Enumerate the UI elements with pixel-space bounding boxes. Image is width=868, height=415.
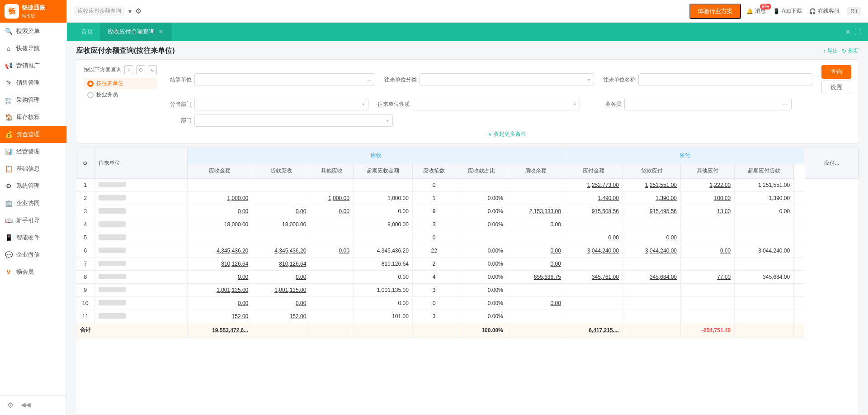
- topbar-dropdown-icon[interactable]: ▾: [128, 8, 132, 15]
- summary-ap-amount[interactable]: 6,417,215....: [565, 323, 623, 338]
- partner-cell: [94, 192, 188, 205]
- sidebar-item-label: 销售管理: [16, 79, 40, 87]
- topbar-msg[interactable]: 🔔 消息 99+: [746, 7, 766, 15]
- sidebar-item-label: 经营管理: [16, 148, 40, 156]
- summary-ap-more: [794, 323, 805, 338]
- topbar-gear-icon[interactable]: ⚙: [135, 7, 142, 15]
- sidebar-item-wechat[interactable]: 💬 企业微信: [0, 246, 66, 263]
- tabbar-right: ✕ ⛶: [845, 28, 861, 35]
- logo-badge: 标准版: [22, 13, 45, 19]
- sidebar-item-operation[interactable]: 📊 经营管理: [0, 143, 66, 160]
- table-row: 9 1,001,135.001,001,135.001,001,135.0030…: [76, 284, 859, 297]
- topbar-right: 🔔 消息 99+ 📱 App下载 🎧 在线客服 Rit: [746, 7, 861, 15]
- sidebar-item-guide[interactable]: 📖 新手引导: [0, 212, 66, 229]
- sidebar-item-label: 系统管理: [16, 182, 40, 190]
- msg-badge: 99+: [760, 4, 771, 10]
- query-method-by-partner[interactable]: 按往来单位: [84, 78, 157, 89]
- base-icon: 📋: [5, 165, 13, 173]
- summary-ar-amount[interactable]: 19,553,472,6...: [188, 323, 252, 338]
- operation-icon: 📊: [5, 148, 13, 156]
- topbar-user[interactable]: Rit: [847, 7, 861, 15]
- topbar-service[interactable]: 🎧 在线客服: [809, 7, 840, 15]
- dots-icon2: ···: [782, 100, 788, 108]
- partner-category-input[interactable]: ▾: [420, 73, 594, 86]
- topbar-breadcrumb: 应收应付余额查询: [74, 6, 125, 16]
- dropdown-arrow-icon: ▾: [588, 77, 590, 82]
- gear-settings-icon[interactable]: ⚙: [83, 160, 88, 167]
- summary-ap-overdue: [735, 323, 794, 338]
- tab-home[interactable]: 首页: [74, 23, 100, 41]
- system-icon: ⚙: [5, 182, 13, 190]
- tab-ar-ap[interactable]: 应收应付余额查询 ✕: [100, 23, 172, 41]
- sidebar-item-marketing[interactable]: 📢 营销推广: [0, 57, 66, 74]
- sidebar-item-system[interactable]: ⚙ 系统管理: [0, 177, 66, 195]
- purchase-icon: 🛒: [5, 96, 13, 104]
- sidebar-item-sales[interactable]: 🛍 销售管理: [0, 74, 66, 91]
- query-method-by-salesperson[interactable]: 按业务员: [84, 89, 157, 100]
- th-ar-group: 应收: [188, 148, 565, 163]
- filter-collapse-button[interactable]: «: [148, 65, 157, 74]
- filter-area: 按以下方案查询 + ⊙ « 按往来单位 按业务员: [76, 59, 859, 144]
- sidebar-item-quicknav[interactable]: ⌂ 快捷导航: [0, 40, 66, 57]
- topbar-app[interactable]: 📱 App下载: [773, 7, 802, 15]
- settings-icon[interactable]: ⚙: [7, 401, 14, 410]
- sidebar-item-corp[interactable]: 🏢 企业协同: [0, 195, 66, 212]
- app-label: App下载: [782, 7, 802, 15]
- inventory-icon: 🏠: [5, 113, 13, 121]
- partner-cell: [94, 297, 188, 310]
- th-ar-ratio: 应收款占比: [456, 163, 507, 179]
- sidebar-item-label: 智能硬件: [16, 234, 40, 242]
- sidebar-item-search[interactable]: 🔍 搜索菜单: [0, 23, 66, 40]
- partner-cell: [94, 205, 188, 218]
- partner-name-input[interactable]: [638, 73, 812, 86]
- radio-filled-icon: [87, 81, 94, 87]
- sidebar-item-label: 基础信息: [16, 165, 40, 173]
- table-row: 1 01,252,773.001,251,551.001,222.001,251…: [76, 179, 859, 192]
- refresh-icon: ↻: [842, 48, 846, 54]
- refresh-button[interactable]: ↻ 刷新: [842, 47, 859, 55]
- collapse-label: 收起更多条件: [494, 130, 526, 138]
- dept-manager-input[interactable]: ▾: [194, 98, 368, 110]
- summary-ar-loan: [252, 323, 310, 338]
- tab-close-icon[interactable]: ✕: [157, 28, 165, 35]
- partner-nature-input[interactable]: ▾: [413, 98, 580, 110]
- collapse-button[interactable]: ∧ 收起更多条件: [488, 130, 526, 138]
- setting-button[interactable]: 设置: [821, 81, 851, 94]
- sidebar-item-purchase[interactable]: 🛒 采购管理: [0, 91, 66, 109]
- main-content: 应收应付余额查询 ▾ ⚙ 体验行业方案 🔔 消息 99+ 📱 App下载 🎧 在…: [67, 0, 868, 415]
- app-icon: 📱: [773, 8, 780, 14]
- partner-cell: [94, 271, 188, 284]
- sidebar-item-hardware[interactable]: 📱 智能硬件: [0, 229, 66, 246]
- settlement-input[interactable]: ···: [194, 73, 375, 86]
- dots-icon: ···: [366, 76, 372, 83]
- sidebar-item-inventory[interactable]: 🏠 库存核算: [0, 109, 66, 126]
- sidebar-item-label: 企业微信: [16, 251, 40, 259]
- topbar: 应收应付余额查询 ▾ ⚙ 体验行业方案 🔔 消息 99+ 📱 App下载 🎧 在…: [67, 0, 868, 23]
- th-ap-loan: 贷款应付: [623, 163, 680, 179]
- export-button[interactable]: ↑ 导出: [823, 47, 838, 55]
- summary-ar-ratio: 100.00%: [456, 323, 507, 338]
- tabbar-close-icon[interactable]: ✕: [845, 28, 851, 35]
- promo-button[interactable]: 体验行业方案: [689, 4, 741, 19]
- sidebar-item-base[interactable]: 📋 基础信息: [0, 160, 66, 177]
- sidebar-item-finance[interactable]: 💰 资金管理: [0, 126, 66, 143]
- th-ap-other: 其他应付: [681, 163, 735, 179]
- collapse-sidebar-icon[interactable]: ◀◀: [21, 401, 31, 410]
- table-row: 5 00.000.00: [76, 231, 859, 244]
- table-row: 3 0.000.000.000.0090.00%2,153,333.00915,…: [76, 205, 859, 218]
- page-header: 应收应付余额查询(按往来单位) ↑ 导出 ↻ 刷新: [67, 41, 868, 59]
- home-tab-label: 首页: [81, 28, 93, 36]
- salesperson-input[interactable]: ···: [624, 98, 792, 110]
- tabbar-maximize-icon[interactable]: ⛶: [854, 28, 861, 35]
- filter-add-button[interactable]: +: [124, 65, 133, 74]
- filter-settings-button[interactable]: ⊙: [136, 65, 145, 74]
- topbar-nav: 应收应付余额查询 ▾ ⚙: [74, 6, 684, 16]
- query-button[interactable]: 查询: [821, 65, 851, 79]
- page: 应收应付余额查询(按往来单位) ↑ 导出 ↻ 刷新 按以下方案查询: [67, 41, 868, 415]
- table-row: 11 152.00152.00101.0030.00%: [76, 310, 859, 323]
- export-label: 导出: [827, 47, 838, 55]
- collapse-bar: ∧ 收起更多条件: [162, 130, 851, 138]
- sidebar-item-member[interactable]: V 畅会员: [0, 263, 66, 281]
- dept-input[interactable]: ▾: [194, 114, 393, 127]
- sidebar-item-label: 采购管理: [16, 96, 40, 104]
